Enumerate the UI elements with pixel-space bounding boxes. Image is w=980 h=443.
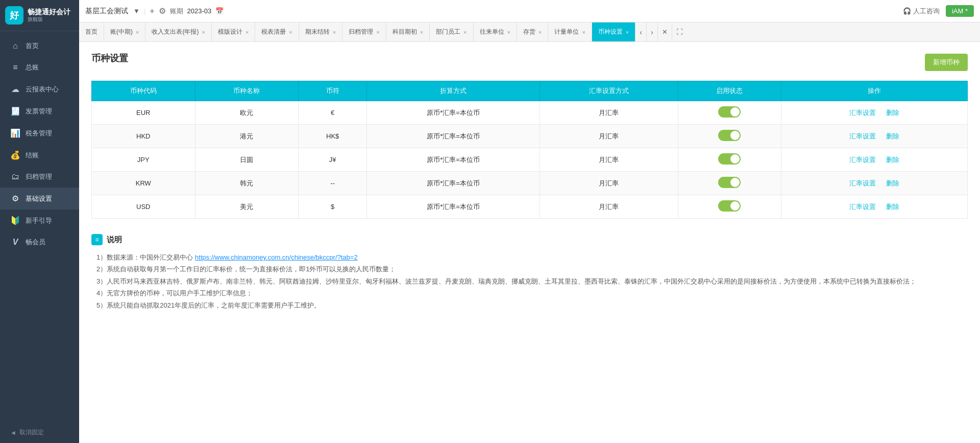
col-code: 币种代码 bbox=[92, 81, 195, 101]
rate-setting-link-0[interactable]: 汇率设置 bbox=[849, 109, 876, 116]
account-btn[interactable]: iAM * bbox=[946, 5, 974, 17]
sidebar-item-tax[interactable]: 📊 税务管理 bbox=[0, 122, 79, 144]
tab-template-close[interactable]: × bbox=[246, 29, 249, 35]
rate-setting-link-1[interactable]: 汇率设置 bbox=[849, 132, 876, 140]
tab-inventory-close[interactable]: × bbox=[538, 29, 542, 35]
tab-tax-clear-close[interactable]: × bbox=[289, 29, 292, 35]
tab-home[interactable]: 首页 bbox=[79, 22, 104, 42]
toggle-enabled-4[interactable] bbox=[718, 200, 741, 212]
home-icon: ⌂ bbox=[10, 41, 20, 51]
cell-code-3: KRW bbox=[92, 172, 195, 195]
cell-code-1: HKD bbox=[92, 125, 195, 148]
note-item-2: 3）人民币对马来西亚林吉特、俄罗斯卢布、南非兰特、韩元、阿联酋迪拉姆、沙特里亚尔… bbox=[96, 275, 968, 287]
sidebar-item-settings[interactable]: ⚙ 基础设置 bbox=[0, 188, 79, 209]
toggle-enabled-2[interactable] bbox=[718, 153, 741, 165]
cell-name-3: 韩元 bbox=[195, 172, 299, 195]
note-item-3: 4）无官方牌价的币种，可以用户手工维护汇率信息； bbox=[96, 287, 968, 299]
cell-status-1 bbox=[678, 125, 781, 148]
tab-dept-staff[interactable]: 部门员工 × bbox=[430, 22, 473, 42]
sidebar-item-ledger[interactable]: ≡ 总账 bbox=[0, 57, 79, 78]
cell-status-2 bbox=[678, 148, 781, 172]
cell-action-3: 汇率设置 删除 bbox=[781, 172, 968, 195]
sidebar-pin-toggle[interactable]: ◄ 取消固定 bbox=[0, 422, 79, 443]
toggle-enabled-3[interactable] bbox=[718, 177, 741, 188]
tab-customers-close[interactable]: × bbox=[507, 29, 510, 35]
cell-rate-type-3: 月汇率 bbox=[540, 172, 678, 195]
tab-period-end-close[interactable]: × bbox=[333, 29, 336, 35]
sidebar-item-home[interactable]: ⌂ 首页 bbox=[0, 35, 79, 57]
rate-setting-link-2[interactable]: 汇率设置 bbox=[849, 156, 876, 164]
tab-dept-staff-close[interactable]: × bbox=[463, 29, 467, 35]
tab-tax-clear[interactable]: 税表清册 × bbox=[255, 22, 299, 42]
delete-link-4[interactable]: 删除 bbox=[886, 203, 899, 211]
table-row: HKD 港元 HK$ 原币*汇率=本位币 月汇率 汇率设置 删除 bbox=[92, 125, 968, 148]
delete-link-2[interactable]: 删除 bbox=[886, 156, 899, 164]
delete-link-0[interactable]: 删除 bbox=[886, 109, 899, 116]
table-row: KRW 韩元 -- 原币*汇率=本位币 月汇率 汇率设置 删除 bbox=[92, 172, 968, 195]
sidebar-item-invoice[interactable]: 🧾 发票管理 bbox=[0, 100, 79, 122]
quick-settings-btn[interactable]: ⚙ bbox=[159, 6, 166, 16]
table-row: JPY 日圆 J¥ 原币*汇率=本位币 月汇率 汇率设置 删除 bbox=[92, 148, 968, 172]
company-dropdown-btn[interactable]: ▼ bbox=[133, 7, 140, 15]
tab-tax-clear-label: 税表清册 bbox=[261, 28, 286, 36]
tab-inventory[interactable]: 存货 × bbox=[517, 22, 548, 42]
sidebar-item-reports[interactable]: ☁ 云报表中心 bbox=[0, 78, 79, 100]
tab-subject-init-close[interactable]: × bbox=[420, 29, 423, 35]
notes-title-text: 说明 bbox=[107, 235, 122, 245]
rate-setting-link-4[interactable]: 汇率设置 bbox=[849, 203, 876, 211]
tab-archive[interactable]: 归档管理 × bbox=[342, 22, 386, 42]
top-bar: 基层工会测试 ▼ | + ⚙ 账期 2023-03 📅 🎧 人工咨询 iAM * bbox=[79, 0, 980, 22]
sidebar-item-settle[interactable]: 💰 结账 bbox=[0, 144, 79, 166]
cell-calc-3: 原币*汇率=本位币 bbox=[367, 172, 540, 195]
tab-period-end[interactable]: 期末结转 × bbox=[299, 22, 342, 42]
tab-customers-label: 往来单位 bbox=[480, 28, 504, 36]
tab-period-close[interactable]: × bbox=[136, 29, 139, 35]
tab-prev-btn[interactable]: ‹ bbox=[635, 22, 647, 42]
note-item-4: 5）系统只能自动抓取2021年度后的汇率，之前年度汇率需要用户手工维护。 bbox=[96, 299, 968, 311]
tab-subject-init[interactable]: 科目期初 × bbox=[386, 22, 430, 42]
cell-code-4: USD bbox=[92, 195, 195, 219]
cell-action-2: 汇率设置 删除 bbox=[781, 148, 968, 172]
notes-icon: ≡ bbox=[91, 234, 103, 245]
sidebar-item-settings-label: 基础设置 bbox=[26, 194, 52, 203]
sidebar-item-archive-label: 归档管理 bbox=[26, 172, 52, 181]
china-money-link[interactable]: https://www.chinamoney.com.cn/chinese/bk… bbox=[195, 253, 358, 261]
calendar-icon[interactable]: 📅 bbox=[215, 7, 224, 15]
tab-archive-label: 归档管理 bbox=[349, 28, 373, 36]
sidebar-item-vip[interactable]: V 畅会员 bbox=[0, 231, 79, 253]
tab-archive-close[interactable]: × bbox=[376, 29, 379, 35]
page-content: 币种设置 新增币种 币种代码 币种名称 币符 折算方式 汇率设置方式 启用状态 … bbox=[79, 42, 980, 443]
toggle-enabled-1[interactable] bbox=[718, 130, 741, 141]
invoice-icon: 🧾 bbox=[10, 106, 20, 116]
tab-period[interactable]: 账(中期) × bbox=[104, 22, 145, 42]
tab-income[interactable]: 收入支出表(年报) × bbox=[145, 22, 211, 42]
sidebar-item-archive[interactable]: 🗂 归档管理 bbox=[0, 166, 79, 188]
tab-measure-close[interactable]: × bbox=[582, 29, 585, 35]
cell-symbol-4: $ bbox=[299, 195, 367, 219]
tab-template[interactable]: 模版设计 × bbox=[212, 22, 255, 42]
table-row: EUR 欧元 € 原币*汇率=本位币 月汇率 汇率设置 删除 bbox=[92, 101, 968, 125]
tab-customers[interactable]: 往来单位 × bbox=[474, 22, 517, 42]
tab-next-btn[interactable]: › bbox=[647, 22, 658, 42]
tab-measure[interactable]: 计量单位 × bbox=[548, 22, 592, 42]
tab-currency[interactable]: 币种设置 × bbox=[592, 22, 635, 42]
tab-income-close[interactable]: × bbox=[202, 29, 205, 35]
cell-status-3 bbox=[678, 172, 781, 195]
cell-rate-type-0: 月汇率 bbox=[540, 101, 678, 125]
tab-bar: 首页 账(中期) × 收入支出表(年报) × 模版设计 × 税表清册 × 期末结… bbox=[79, 22, 980, 42]
sidebar-item-guide[interactable]: 🔰 新手引导 bbox=[0, 209, 79, 231]
new-currency-btn[interactable]: 新增币种 bbox=[925, 54, 968, 71]
support-label: 人工咨询 bbox=[913, 7, 940, 16]
tab-close-all-btn[interactable]: ✕ bbox=[658, 22, 672, 42]
cloud-icon: ☁ bbox=[10, 84, 20, 94]
cell-calc-1: 原币*汇率=本位币 bbox=[367, 125, 540, 148]
toggle-enabled-0[interactable] bbox=[718, 106, 741, 118]
support-btn[interactable]: 🎧 人工咨询 bbox=[903, 7, 940, 16]
rate-setting-link-3[interactable]: 汇率设置 bbox=[849, 179, 876, 187]
app-sub: 旗舰版 bbox=[28, 16, 70, 23]
delete-link-1[interactable]: 删除 bbox=[886, 132, 899, 140]
tab-currency-close[interactable]: × bbox=[626, 29, 629, 35]
tab-expand-btn[interactable]: ⛶ bbox=[672, 22, 687, 42]
delete-link-3[interactable]: 删除 bbox=[886, 179, 899, 187]
add-tab-btn[interactable]: + bbox=[150, 7, 154, 16]
